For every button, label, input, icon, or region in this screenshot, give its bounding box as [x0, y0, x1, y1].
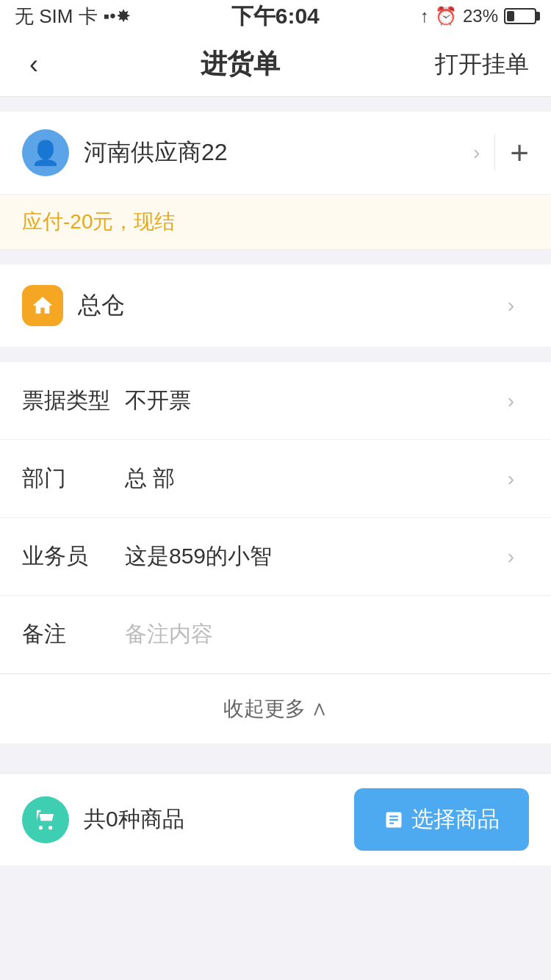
remarks-label: 备注	[22, 619, 125, 649]
page-background	[0, 865, 551, 980]
warehouse-icon	[22, 285, 63, 326]
avatar-icon: 👤	[31, 139, 60, 167]
alarm-icon: ⏰	[435, 6, 457, 26]
department-value: 总 部	[125, 464, 508, 494]
invoice-type-row[interactable]: 票据类型 不开票 ›	[0, 362, 551, 440]
vertical-divider	[494, 134, 495, 171]
salesperson-row[interactable]: 业务员 这是859的小智 ›	[0, 518, 551, 596]
supplier-chevron-icon: ›	[473, 141, 480, 165]
section-gap-2	[0, 250, 551, 264]
goods-count-label: 共0种商品	[84, 804, 354, 835]
warehouse-row[interactable]: 总仓 ›	[0, 264, 551, 347]
notice-banner: 应付-20元，现结	[0, 195, 551, 250]
cart-icon	[22, 796, 69, 843]
nav-bar: ‹ 进货单 打开挂单	[0, 32, 551, 97]
supplier-section: 👤 河南供应商22 › + 应付-20元，现结	[0, 112, 551, 250]
page-title: 进货单	[201, 46, 280, 82]
section-gap-1	[0, 97, 551, 112]
section-gap-4	[0, 743, 551, 758]
carrier-label: 无 SIM 卡	[15, 4, 98, 29]
collapse-row[interactable]: 收起更多 ∧	[0, 674, 551, 743]
status-bar: 无 SIM 卡 ▪•✸ 下午6:04 ↑ ⏰ 23%	[0, 0, 551, 32]
select-goods-label: 选择商品	[411, 804, 500, 835]
select-goods-button[interactable]: 选择商品	[354, 788, 529, 851]
bottom-bar: 共0种商品 选择商品	[0, 773, 551, 865]
wifi-icon: ▪•✸	[104, 6, 131, 26]
invoice-type-label: 票据类型	[22, 386, 125, 416]
remarks-row[interactable]: 备注 备注内容	[0, 596, 551, 674]
salesperson-value: 这是859的小智	[125, 541, 508, 572]
status-right: ↑ ⏰ 23%	[420, 6, 536, 26]
invoice-type-value: 不开票	[125, 386, 508, 416]
time-label: 下午6:04	[231, 1, 320, 32]
invoice-chevron-icon: ›	[508, 389, 514, 413]
battery-icon	[504, 8, 536, 24]
form-section: 票据类型 不开票 › 部门 总 部 › 业务员 这是859的小智 › 备注 备注…	[0, 362, 551, 743]
supplier-row[interactable]: 👤 河南供应商22 › +	[0, 112, 551, 195]
location-icon: ↑	[420, 6, 429, 26]
battery-percent: 23%	[463, 6, 498, 26]
status-left: 无 SIM 卡 ▪•✸	[15, 4, 131, 29]
remarks-input[interactable]: 备注内容	[125, 619, 529, 649]
department-label: 部门	[22, 464, 125, 494]
add-supplier-button[interactable]: +	[510, 137, 529, 169]
supplier-name: 河南供应商22	[84, 137, 473, 169]
back-button[interactable]: ‹	[22, 42, 46, 87]
notice-text: 应付-20元，现结	[22, 210, 175, 233]
section-gap-3	[0, 347, 551, 362]
supplier-avatar: 👤	[22, 129, 69, 176]
open-pending-button[interactable]: 打开挂单	[435, 48, 529, 81]
salesperson-chevron-icon: ›	[508, 545, 514, 569]
salesperson-label: 业务员	[22, 541, 125, 572]
collapse-label: 收起更多 ∧	[223, 695, 328, 723]
department-chevron-icon: ›	[508, 467, 514, 491]
department-row[interactable]: 部门 总 部 ›	[0, 440, 551, 518]
warehouse-chevron-icon: ›	[508, 294, 514, 317]
warehouse-name: 总仓	[78, 289, 508, 322]
